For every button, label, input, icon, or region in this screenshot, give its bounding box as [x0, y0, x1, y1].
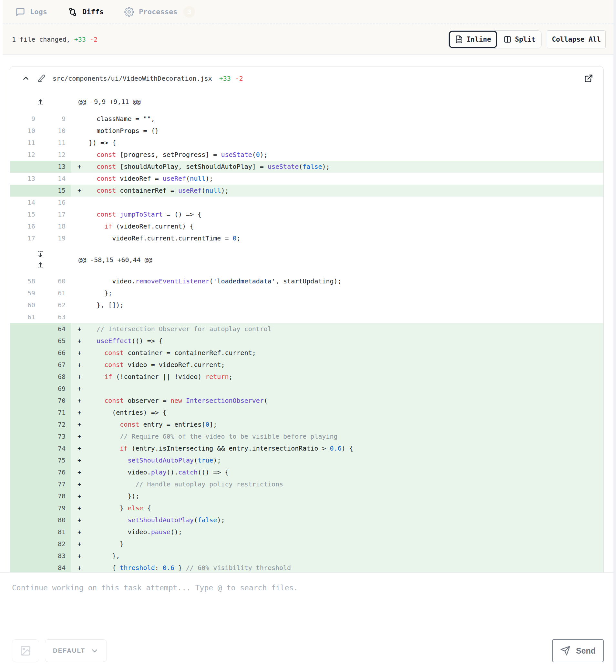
- page-scrollbar[interactable]: [613, 0, 616, 672]
- diff-marker: +: [71, 502, 89, 514]
- send-button[interactable]: Send: [552, 639, 604, 662]
- line-number-gutter: 77: [10, 478, 71, 490]
- line-number-gutter: 5860: [10, 275, 71, 287]
- open-file-external-link-icon[interactable]: [584, 74, 593, 83]
- line-number-old: [10, 407, 40, 419]
- diff-line: 6163: [10, 311, 603, 323]
- line-number-gutter: 75: [10, 454, 71, 466]
- diff-marker: [71, 299, 89, 311]
- tabs-bar: Logs Diffs Processes 3: [3, 0, 613, 24]
- line-number-old: [10, 443, 40, 454]
- line-number-old: [10, 359, 40, 371]
- line-content: video.removeEventListener('loadedmetadat…: [71, 275, 603, 287]
- line-number-old: [10, 514, 40, 526]
- diff-line: 1314 const videoRef = useRef(null);: [10, 173, 603, 185]
- line-content: + // Handle autoplay policy restrictions: [71, 478, 603, 490]
- summary-text: 1 file changed,: [12, 36, 70, 43]
- tab-diffs-label: Diffs: [82, 8, 104, 16]
- line-number-gutter: 67: [10, 359, 71, 371]
- diff-line: 1111}) => {: [10, 137, 603, 149]
- diff-line: 5961 };: [10, 287, 603, 299]
- diff-marker: +: [71, 550, 89, 562]
- line-number-new: 75: [40, 454, 71, 466]
- line-content: + if (entry.isIntersecting && entry.inte…: [71, 443, 603, 454]
- code-text: const video = videoRef.current;: [89, 359, 603, 371]
- line-number-new: 12: [40, 149, 71, 161]
- expand-up-icon[interactable]: [36, 260, 45, 269]
- diff-line: 73+ // Require 60% of the video to be vi…: [10, 431, 603, 443]
- line-content: const videoRef = useRef(null);: [71, 173, 603, 185]
- line-number-old: [10, 538, 40, 550]
- diff-line: 79+ } else {: [10, 502, 603, 514]
- line-number-gutter: 76: [10, 466, 71, 478]
- attach-image-button[interactable]: [12, 639, 39, 662]
- tab-processes[interactable]: Processes 3: [124, 6, 195, 18]
- line-number-gutter: 64: [10, 323, 71, 335]
- line-content: + video.pause();: [71, 526, 603, 538]
- line-content: };: [71, 287, 603, 299]
- expand-down-icon[interactable]: [36, 251, 45, 259]
- line-number-new: 79: [40, 502, 71, 514]
- gear-icon: [124, 7, 134, 17]
- line-number-gutter: 82: [10, 538, 71, 550]
- diff-line: 66+ const container = containerRef.curre…: [10, 347, 603, 359]
- line-number-gutter: 80: [10, 514, 71, 526]
- line-number-gutter: 81: [10, 526, 71, 538]
- line-number-new: 61: [40, 287, 71, 299]
- diff-marker: [71, 113, 89, 125]
- line-number-old: 15: [10, 209, 40, 220]
- code-text: },: [89, 550, 603, 562]
- split-view-label: Split: [515, 36, 535, 43]
- tab-logs-label: Logs: [30, 8, 47, 16]
- line-content: + // Intersection Observer for autoplay …: [71, 323, 603, 335]
- line-number-old: [10, 550, 40, 562]
- hunk-header-row: @@ -58,15 +60,44 @@: [10, 244, 603, 275]
- hunk-expand-controls: [10, 97, 71, 106]
- line-content: if (videoRef.current) {: [71, 220, 603, 232]
- line-number-new: 64: [40, 323, 71, 335]
- diff-line: 6062 }, []);: [10, 299, 603, 311]
- line-content: + video.play().catch(() => {: [71, 466, 603, 478]
- code-text: [89, 197, 603, 209]
- tab-logs[interactable]: Logs: [15, 7, 47, 17]
- line-number-new: 10: [40, 125, 71, 137]
- split-view-button[interactable]: Split: [497, 31, 541, 48]
- line-number-new: 14: [40, 173, 71, 185]
- file-diff-card: src/components/ui/VideoWithDecoration.js…: [10, 66, 604, 572]
- line-number-old: 14: [10, 197, 40, 209]
- code-text: video.removeEventListener('loadedmetadat…: [89, 275, 603, 287]
- line-number-new: 68: [40, 371, 71, 383]
- line-content: videoRef.current.currentTime = 0;: [71, 232, 603, 244]
- line-number-gutter: 15: [10, 185, 71, 197]
- line-number-gutter: 1719: [10, 232, 71, 244]
- line-content: + (entries) => {: [71, 407, 603, 419]
- line-content: + });: [71, 490, 603, 502]
- line-number-new: 15: [40, 185, 71, 197]
- diff-line: 83+ },: [10, 550, 603, 562]
- line-content: }) => {: [71, 137, 603, 149]
- code-text: const [shouldAutoPlay, setShouldAutoPlay…: [89, 161, 603, 173]
- hunk-expand-controls: [10, 251, 71, 269]
- code-text: className = "",: [89, 113, 603, 125]
- line-number-new: 63: [40, 311, 71, 323]
- expand-up-icon[interactable]: [36, 97, 45, 106]
- diff-line: 1416: [10, 197, 603, 209]
- diff-marker: +: [71, 431, 89, 443]
- line-content: + }: [71, 538, 603, 550]
- diff-line: 72+ const entry = entries[0];: [10, 419, 603, 431]
- model-selector-dropdown[interactable]: DEFAULT: [45, 639, 107, 662]
- collapse-all-button[interactable]: Collapse All: [547, 30, 606, 48]
- code-text: // Intersection Observer for autoplay co…: [89, 323, 603, 335]
- composer-input[interactable]: Continue working on this task attempt...…: [12, 584, 298, 592]
- diff-marker: [71, 125, 89, 137]
- collapse-file-chevron-up-icon[interactable]: [22, 74, 30, 83]
- code-text: const jumpToStart = () => {: [89, 209, 603, 220]
- line-number-gutter: 1314: [10, 173, 71, 185]
- file-text-icon: [455, 35, 463, 44]
- tab-diffs[interactable]: Diffs: [68, 7, 104, 17]
- code-text: const [progress, setProgress] = useState…: [89, 149, 603, 161]
- diff-line: 13+ const [shouldAutoPlay, setShouldAuto…: [10, 161, 603, 173]
- hunk-range-label: @@ -58,15 +60,44 @@: [71, 254, 152, 266]
- inline-view-button[interactable]: Inline: [449, 31, 497, 48]
- diff-marker: +: [71, 407, 89, 419]
